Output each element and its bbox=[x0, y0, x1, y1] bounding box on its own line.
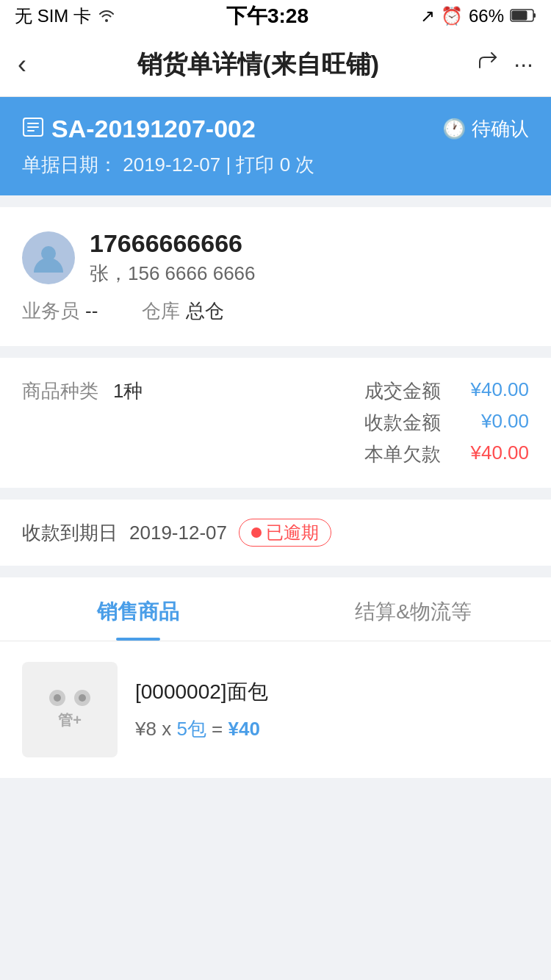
category-value: 1种 bbox=[113, 378, 143, 404]
tab-sales-product-label: 销售商品 bbox=[97, 600, 179, 623]
customer-phone: 17666666666 bbox=[90, 229, 256, 258]
sales-rep-label: 业务员 bbox=[22, 298, 79, 324]
product-section: 管+ [0000002]面包 ¥8 x 5包 = ¥40 bbox=[0, 641, 551, 778]
alarm-icon: ⏰ bbox=[441, 6, 463, 26]
sales-rep: 业务员 -- bbox=[22, 298, 98, 324]
amount-label: 成交金额 bbox=[364, 378, 441, 404]
status-left: 无 SIM 卡 bbox=[15, 4, 115, 28]
owed-label: 本单欠款 bbox=[364, 442, 441, 467]
product-price-row: ¥8 x 5包 = ¥40 bbox=[135, 716, 529, 742]
warehouse: 仓库 总仓 bbox=[142, 298, 224, 324]
header-card-top: SA-20191207-002 🕐 待确认 bbox=[22, 115, 529, 143]
product-info: [0000002]面包 ¥8 x 5包 = ¥40 bbox=[135, 678, 529, 742]
status-bar: 无 SIM 卡 下午3:28 ↗ ⏰ 66% bbox=[0, 0, 551, 32]
overdue-dot-icon bbox=[251, 527, 262, 538]
nav-bar: ‹ 销货单详情(来自旺铺) ··· bbox=[0, 32, 551, 97]
svg-rect-2 bbox=[511, 11, 527, 21]
status-clock-icon: 🕐 bbox=[442, 118, 466, 140]
avatar bbox=[22, 231, 75, 284]
owl-eye-left bbox=[49, 690, 65, 706]
svg-rect-1 bbox=[533, 13, 536, 18]
received-row: 收款金额 ¥0.00 bbox=[364, 410, 529, 436]
tab-settlement[interactable]: 结算&物流等 bbox=[276, 577, 551, 641]
product-thumb-inner: 管+ bbox=[49, 690, 90, 730]
customer-section: 17666666666 张，156 6666 6666 业务员 -- 仓库 总仓 bbox=[0, 207, 551, 346]
customer-info: 17666666666 张，156 6666 6666 bbox=[90, 229, 256, 287]
category-label: 商品种类 bbox=[22, 378, 98, 404]
order-date: 2019-12-07 bbox=[123, 154, 220, 176]
owed-row: 本单欠款 ¥40.00 bbox=[364, 442, 529, 467]
battery-icon bbox=[510, 6, 536, 26]
header-card-bottom: 单据日期： 2019-12-07 | 打印 0 次 bbox=[22, 152, 529, 178]
share-button[interactable] bbox=[475, 50, 499, 79]
sales-rep-value: -- bbox=[85, 300, 98, 323]
product-thumbnail: 管+ bbox=[22, 662, 118, 757]
order-id-text: SA-20191207-002 bbox=[51, 115, 256, 143]
owl-eyes-icon bbox=[49, 690, 90, 706]
nav-actions: ··· bbox=[475, 50, 533, 79]
tab-settlement-label: 结算&物流等 bbox=[355, 600, 472, 623]
customer-name-phone: 张，156 6666 6666 bbox=[90, 261, 256, 287]
due-date-label: 收款到期日 bbox=[22, 520, 118, 546]
product-name: [0000002]面包 bbox=[135, 678, 529, 706]
product-equals: = bbox=[206, 718, 228, 740]
empty-space bbox=[0, 778, 551, 980]
status-right: ↗ ⏰ 66% bbox=[420, 6, 536, 26]
amount-row: 成交金额 ¥40.00 bbox=[364, 378, 529, 404]
owl-label: 管+ bbox=[58, 710, 82, 730]
due-section: 收款到期日 2019-12-07 已逾期 bbox=[0, 500, 551, 566]
product-qty: 5包 bbox=[176, 718, 206, 740]
overdue-text: 已逾期 bbox=[266, 521, 319, 544]
order-id: SA-20191207-002 bbox=[22, 115, 256, 143]
page-title: 销货单详情(来自旺铺) bbox=[41, 48, 475, 82]
overdue-badge: 已逾期 bbox=[239, 519, 331, 547]
product-total-price: ¥40 bbox=[228, 718, 259, 740]
battery-label: 66% bbox=[469, 6, 504, 26]
received-label: 收款金额 bbox=[364, 410, 441, 436]
order-id-icon bbox=[22, 115, 44, 143]
tab-sales-product[interactable]: 销售商品 bbox=[0, 577, 276, 641]
separator: | bbox=[226, 154, 236, 176]
more-button[interactable]: ··· bbox=[514, 51, 533, 78]
stats-section: 商品种类 1种 成交金额 ¥40.00 收款金额 ¥0.00 本单欠款 ¥40.… bbox=[0, 358, 551, 488]
header-card: SA-20191207-002 🕐 待确认 单据日期： 2019-12-07 |… bbox=[0, 97, 551, 195]
stats-right: 成交金额 ¥40.00 收款金额 ¥0.00 本单欠款 ¥40.00 bbox=[364, 378, 529, 467]
wifi-icon bbox=[98, 6, 115, 26]
due-date-value: 2019-12-07 bbox=[129, 522, 227, 544]
order-status-text: 待确认 bbox=[472, 116, 529, 142]
warehouse-label: 仓库 bbox=[142, 298, 180, 324]
order-status: 🕐 待确认 bbox=[442, 116, 529, 142]
location-icon: ↗ bbox=[420, 6, 435, 26]
carrier-label: 无 SIM 卡 bbox=[15, 4, 91, 28]
status-time: 下午3:28 bbox=[226, 2, 309, 30]
warehouse-value: 总仓 bbox=[186, 298, 224, 324]
owed-value: ¥40.00 bbox=[455, 442, 529, 467]
received-value: ¥0.00 bbox=[455, 410, 529, 436]
amount-value: ¥40.00 bbox=[455, 378, 529, 404]
customer-meta: 业务员 -- 仓库 总仓 bbox=[22, 298, 529, 324]
print-info: 打印 0 次 bbox=[236, 154, 314, 176]
owl-eye-right bbox=[74, 690, 90, 706]
product-price-text: ¥8 x bbox=[135, 718, 176, 740]
tabs-section: 销售商品 结算&物流等 bbox=[0, 577, 551, 641]
back-button[interactable]: ‹ bbox=[18, 49, 41, 80]
customer-top: 17666666666 张，156 6666 6666 bbox=[22, 229, 529, 287]
date-label: 单据日期： bbox=[22, 154, 118, 176]
stats-left: 商品种类 1种 bbox=[22, 378, 143, 404]
